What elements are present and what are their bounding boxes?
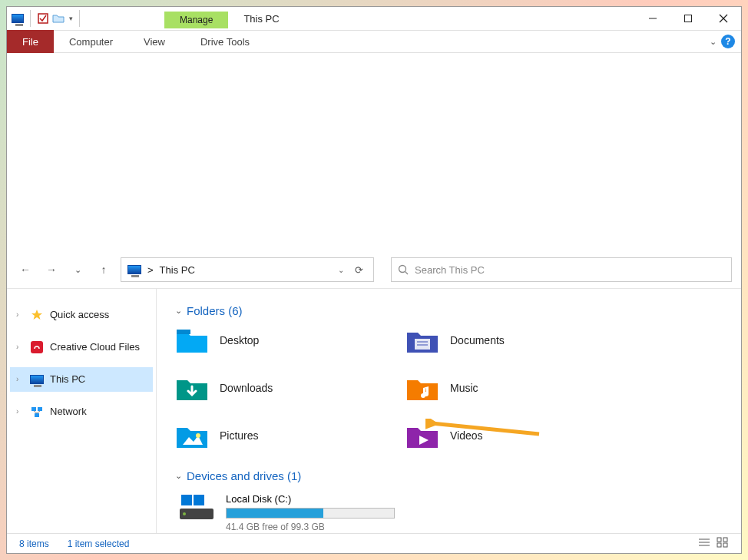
- svg-rect-2: [685, 15, 692, 22]
- address-dropdown-icon[interactable]: ⌄: [338, 266, 344, 274]
- pc-icon: [30, 373, 44, 386]
- details-view-button[interactable]: [698, 537, 710, 551]
- downloads-icon: [175, 373, 209, 403]
- svg-rect-22: [194, 495, 204, 505]
- drive-free-text: 41.4 GB free of 99.3 GB: [226, 522, 395, 532]
- svg-rect-11: [35, 413, 39, 417]
- sidebar-item-label: Creative Cloud Files: [50, 341, 140, 353]
- refresh-button[interactable]: ⟳: [350, 264, 367, 276]
- section-title: Devices and drives (1): [187, 469, 301, 482]
- pc-icon: [127, 265, 141, 274]
- svg-rect-21: [181, 495, 192, 505]
- sidebar-item-creative-cloud[interactable]: › Creative Cloud Files: [10, 335, 153, 360]
- folder-music[interactable]: Music: [405, 373, 636, 403]
- svg-rect-8: [31, 341, 43, 353]
- creative-cloud-icon: [30, 340, 44, 354]
- pc-icon: [12, 12, 24, 25]
- svg-line-6: [405, 272, 409, 275]
- breadcrumb-current[interactable]: This PC: [160, 264, 195, 276]
- drive-icon: [178, 493, 215, 521]
- separator: [30, 10, 31, 27]
- tab-file[interactable]: File: [7, 30, 54, 53]
- ribbon-collapse-icon[interactable]: ⌄: [710, 37, 717, 47]
- svg-point-19: [196, 433, 200, 438]
- manage-context-tab[interactable]: Manage: [164, 12, 228, 28]
- section-drives-header[interactable]: ⌄ Devices and drives (1): [175, 469, 723, 482]
- search-input[interactable]: Search This PC: [391, 257, 732, 282]
- folder-label: Music: [450, 382, 478, 394]
- svg-rect-15: [415, 339, 430, 350]
- forward-button[interactable]: →: [42, 260, 61, 279]
- svg-rect-0: [38, 14, 48, 23]
- folder-label: Videos: [450, 429, 483, 442]
- section-folders-header[interactable]: ⌄ Folders (6): [175, 304, 723, 317]
- back-button[interactable]: ←: [16, 260, 35, 279]
- properties-qat-icon[interactable]: [37, 12, 49, 25]
- svg-marker-7: [31, 310, 42, 320]
- expand-icon[interactable]: ›: [16, 407, 24, 416]
- expand-icon[interactable]: ›: [16, 343, 24, 351]
- svg-point-5: [399, 266, 406, 273]
- folder-label: Downloads: [220, 382, 273, 394]
- svg-rect-10: [38, 407, 42, 411]
- svg-point-24: [183, 512, 186, 515]
- folder-videos[interactable]: Videos: [405, 420, 636, 451]
- folder-documents[interactable]: Documents: [405, 325, 636, 356]
- drive-local-c[interactable]: Local Disk (C:) 41.4 GB free of 99.3 GB: [175, 490, 723, 534]
- sidebar-item-network[interactable]: › Network: [10, 399, 153, 424]
- help-icon[interactable]: ?: [721, 35, 735, 48]
- music-icon: [405, 373, 439, 403]
- minimize-button[interactable]: [635, 7, 670, 30]
- expand-icon[interactable]: ›: [16, 375, 24, 383]
- documents-icon: [405, 325, 439, 356]
- svg-rect-34: [723, 538, 727, 542]
- folder-qat-icon[interactable]: [52, 12, 65, 25]
- section-title: Folders (6): [187, 304, 243, 317]
- recent-locations-button[interactable]: ⌄: [68, 260, 87, 279]
- sidebar-item-label: This PC: [50, 373, 85, 385]
- chevron-down-icon: ⌄: [175, 471, 182, 481]
- pictures-icon: [175, 420, 209, 451]
- up-button[interactable]: ↑: [94, 260, 113, 279]
- folder-downloads[interactable]: Downloads: [175, 373, 405, 403]
- maximize-button[interactable]: [670, 7, 706, 30]
- status-selected: 1 item selected: [68, 538, 130, 549]
- tab-drive-tools[interactable]: Drive Tools: [185, 30, 265, 53]
- network-icon: [30, 405, 44, 419]
- breadcrumb-sep: >: [147, 264, 154, 276]
- svg-line-12: [34, 411, 37, 413]
- svg-rect-14: [177, 330, 190, 334]
- svg-rect-33: [717, 538, 721, 542]
- sidebar-item-label: Quick access: [50, 309, 109, 320]
- sidebar-item-this-pc[interactable]: › This PC: [10, 367, 153, 392]
- folder-desktop[interactable]: Desktop: [175, 325, 405, 356]
- folder-label: Desktop: [220, 334, 259, 346]
- search-placeholder: Search This PC: [415, 264, 485, 276]
- folder-label: Documents: [450, 334, 505, 346]
- svg-rect-9: [31, 407, 36, 411]
- folder-icon: [175, 325, 209, 356]
- close-button[interactable]: [706, 7, 741, 30]
- expand-icon[interactable]: ›: [16, 310, 24, 319]
- status-item-count: 8 items: [19, 538, 49, 549]
- separator: [79, 10, 80, 27]
- window-title: This PC: [228, 7, 294, 30]
- folder-label: Pictures: [220, 429, 259, 442]
- qat-dropdown-icon[interactable]: ▾: [69, 15, 73, 22]
- svg-line-13: [37, 411, 40, 413]
- tab-computer[interactable]: Computer: [54, 30, 128, 53]
- tab-view[interactable]: View: [128, 30, 180, 53]
- chevron-down-icon: ⌄: [175, 306, 182, 316]
- svg-rect-35: [717, 543, 721, 547]
- sidebar-item-label: Network: [50, 406, 87, 417]
- sidebar-item-quick-access[interactable]: › Quick access: [10, 303, 153, 327]
- svg-rect-36: [723, 543, 727, 547]
- star-icon: [30, 308, 44, 322]
- address-bar[interactable]: > This PC ⌄ ⟳: [121, 257, 374, 282]
- drive-label: Local Disk (C:): [226, 493, 395, 505]
- search-icon: [398, 264, 409, 275]
- videos-icon: [405, 420, 439, 451]
- folder-pictures[interactable]: Pictures: [175, 420, 405, 451]
- thumbnails-view-button[interactable]: [717, 537, 729, 551]
- capacity-bar: [226, 508, 395, 519]
